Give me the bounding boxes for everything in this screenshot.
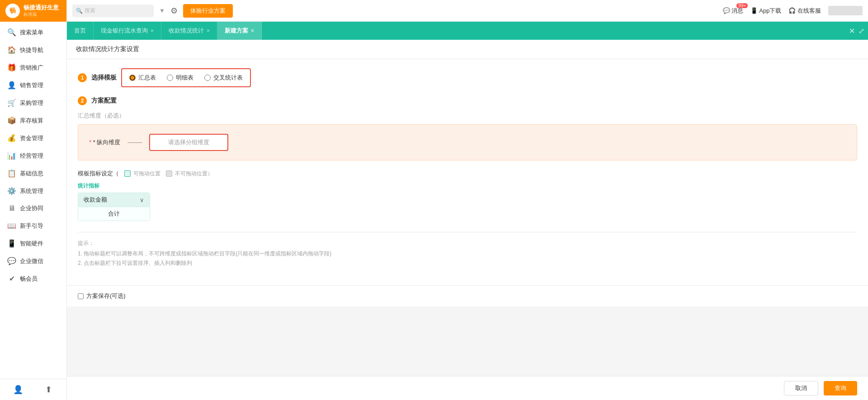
- tab-collection-stat[interactable]: 收款情况统计 ×: [161, 22, 217, 40]
- sidebar-item-wechat[interactable]: 💬 企业微信: [0, 252, 66, 270]
- book-icon: 📖: [7, 221, 16, 230]
- sidebar-item-sales[interactable]: 👤 销售管理: [0, 76, 66, 94]
- tip-item-1: 1. 拖动标题栏可以调整布局，不可跨维度或指标区域拖动栏目字段(只能在同一维度或…: [78, 250, 857, 258]
- close-window-icon[interactable]: ✕: [849, 27, 855, 35]
- gear-icon: ⚙️: [7, 187, 16, 195]
- headphone-icon: 🎧: [788, 7, 796, 14]
- step1-badge: 1: [78, 73, 87, 82]
- template-detail-radio[interactable]: [167, 75, 173, 81]
- page-breadcrumb: 收款情况统计方案设置: [67, 40, 868, 59]
- template-summary-radio[interactable]: [129, 75, 136, 81]
- logo-text: 畅捷通好生意 标准版: [24, 4, 59, 18]
- tab-home[interactable]: 首页: [67, 22, 94, 40]
- indicators-section: 模板指标设定（ 可拖动位置 不可拖动位置）: [78, 169, 857, 221]
- trial-button[interactable]: 体验行业方案: [183, 4, 233, 18]
- sidebar-item-search-menu[interactable]: 🔍 搜索菜单: [0, 24, 66, 41]
- search-icon: 🔍: [76, 8, 83, 14]
- cancel-button[interactable]: 取消: [784, 381, 818, 395]
- dimension-arrow: ——: [127, 138, 142, 146]
- movable-legend: 可拖动位置: [124, 170, 160, 178]
- stats-label: 统计指标: [78, 182, 857, 190]
- expand-window-icon[interactable]: ⤢: [859, 27, 864, 35]
- sidebar-item-finance[interactable]: 💰 资金管理: [0, 129, 66, 147]
- tab-bank-flow[interactable]: 现金银行流水查询 ×: [94, 22, 161, 40]
- template-cross-radio[interactable]: [204, 75, 211, 81]
- service-button[interactable]: 🎧 在线客服: [788, 7, 821, 15]
- template-detail-option[interactable]: 明细表: [167, 74, 193, 82]
- bottom-actions: 取消 查询: [67, 376, 868, 400]
- query-button[interactable]: 查询: [824, 381, 857, 395]
- stats-area: 统计指标 收款金额 ∨ 合计: [78, 182, 857, 221]
- summary-dimension-label: 汇总维度（必选）: [78, 112, 857, 120]
- chat-icon: 💬: [7, 257, 16, 265]
- sidebar-item-guide[interactable]: 📖 新手引导: [0, 217, 66, 235]
- content-inner: 收款情况统计方案设置 1 选择模板 汇总表: [67, 40, 868, 376]
- sidebar-bottom: 👤 ⬆: [0, 379, 66, 400]
- search-menu-icon: 🔍: [7, 28, 16, 37]
- sidebar-item-marketing[interactable]: 🎁 营销推广: [0, 59, 66, 76]
- sidebar-item-basic-info[interactable]: 📋 基础信息: [0, 165, 66, 182]
- sidebar-item-inventory[interactable]: 📦 库存核算: [0, 112, 66, 129]
- topbar-right: 💬 消息 99+ 📱 App下载 🎧 在线客服: [723, 6, 863, 15]
- sidebar-item-operations[interactable]: 📊 经营管理: [0, 147, 66, 165]
- sidebar-item-member[interactable]: ✔ 畅会员: [0, 270, 66, 287]
- topbar-chevron-icon[interactable]: ▼: [159, 7, 165, 14]
- search-box[interactable]: 🔍 搜索: [72, 5, 154, 17]
- sidebar-item-quick-nav[interactable]: 🏠 快捷导航: [0, 41, 66, 59]
- message-icon: 💬: [723, 7, 730, 14]
- step1-section: 1 选择模板 汇总表 明细表: [78, 68, 857, 87]
- sidebar-item-enterprise[interactable]: 🖥 企业协同: [0, 200, 66, 217]
- stats-chevron-icon[interactable]: ∨: [140, 197, 144, 203]
- template-cross-option[interactable]: 交叉统计表: [204, 74, 243, 82]
- sidebar-item-smart-hw[interactable]: 📱 智能硬件: [0, 235, 66, 252]
- movable-legend-box: [124, 170, 131, 177]
- tabbar: 首页 现金银行流水查询 × 收款情况统计 × 新建方案 × ✕ ⤢: [67, 22, 868, 40]
- box-icon: 📦: [7, 116, 16, 125]
- indicators-header: 模板指标设定（ 可拖动位置 不可拖动位置）: [78, 169, 857, 178]
- indicators-label: 模板指标设定（: [78, 169, 119, 178]
- save-plan-checkbox[interactable]: [78, 293, 84, 299]
- phone-icon: 📱: [7, 239, 16, 248]
- sidebar-item-purchase[interactable]: 🛒 采购管理: [0, 94, 66, 112]
- tab-collection-stat-close[interactable]: ×: [207, 28, 210, 34]
- gift-icon: 🎁: [7, 63, 16, 72]
- footer-section: 方案保存(可选): [67, 285, 868, 306]
- step2-header: 2 方案配置: [78, 96, 857, 105]
- cart-icon: 🛒: [7, 99, 16, 107]
- step2-section: 2 方案配置 汇总维度（必选） * * 纵向维度 —— 请选择分: [78, 96, 857, 267]
- chart-icon: 📊: [7, 151, 16, 160]
- tab-bank-flow-close[interactable]: ×: [151, 28, 154, 34]
- message-button[interactable]: 💬 消息 99+: [723, 7, 744, 15]
- user-name: [828, 6, 863, 15]
- stats-table-header[interactable]: 收款金额 ∨: [78, 193, 150, 207]
- download-button[interactable]: 📱 App下载: [750, 7, 781, 15]
- sidebar-bottom-icon1[interactable]: 👤: [4, 383, 33, 396]
- main-area: 🔍 搜索 ▼ ⚙ 体验行业方案 💬 消息 99+ 📱 App下载 🎧 在线客服: [67, 0, 868, 400]
- sidebar-item-system[interactable]: ⚙️ 系统管理: [0, 182, 66, 200]
- dimension-select[interactable]: 请选择分组维度: [149, 134, 228, 151]
- tabbar-actions: ✕ ⤢: [845, 22, 868, 40]
- stats-table: 收款金额 ∨ 合计: [78, 193, 150, 221]
- fixed-legend: 不可拖动位置）: [166, 170, 213, 178]
- vertical-dimension-label: * * 纵向维度: [89, 138, 120, 146]
- step1-header: 1 选择模板 汇总表 明细表: [78, 68, 857, 87]
- sidebar-nav: 🔍 搜索菜单 🏠 快捷导航 🎁 营销推广 👤 销售管理 🛒 采购管理 📦 库存核…: [0, 22, 66, 379]
- content-area: 收款情况统计方案设置 1 选择模板 汇总表: [67, 40, 868, 376]
- download-icon: 📱: [750, 7, 758, 14]
- step2-title: 方案配置: [91, 97, 117, 105]
- sidebar: 畅 畅捷通好生意 标准版 🔍 搜索菜单 🏠 快捷导航 🎁 营销推广 👤 销售管理…: [0, 0, 67, 400]
- tab-new-plan[interactable]: 新建方案 ×: [217, 22, 262, 40]
- step1-title: 选择模板: [91, 74, 117, 82]
- save-plan-checkbox-label[interactable]: 方案保存(可选): [78, 292, 126, 300]
- sidebar-bottom-icon2[interactable]: ⬆: [34, 383, 63, 396]
- step2-badge: 2: [78, 96, 87, 105]
- dimension-area: * * 纵向维度 —— 请选择分组维度: [78, 124, 857, 160]
- tip-item-2: 2. 点击标题栏下拉可设置排序、插入列和删除列: [78, 259, 857, 267]
- sidebar-logo: 畅 畅捷通好生意 标准版: [0, 0, 66, 22]
- tips-title: 提示：: [78, 240, 857, 247]
- topbar-gear-icon[interactable]: ⚙: [170, 6, 178, 16]
- stats-sum-cell: 合计: [78, 207, 150, 221]
- tab-new-plan-close[interactable]: ×: [251, 28, 254, 34]
- monitor-icon: 🖥: [7, 204, 16, 212]
- template-summary-option[interactable]: 汇总表: [129, 74, 156, 82]
